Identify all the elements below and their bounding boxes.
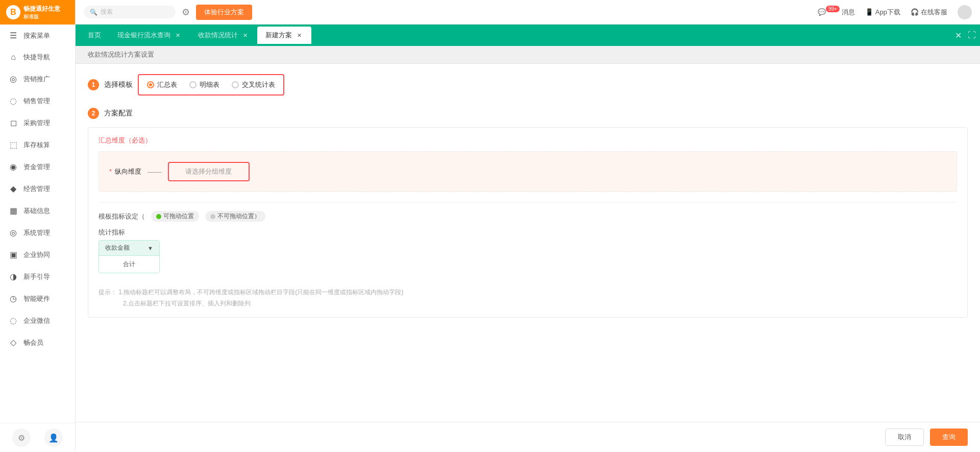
step1-title: 选择模板 [104,80,133,89]
step2-title: 方案配置 [104,109,133,118]
divider1 [99,202,957,203]
stats-title-label: 统计指标 [99,228,957,237]
drag-dot-gray [210,214,215,219]
sidebar-item-finance[interactable]: ◉ 资金管理 [0,156,75,178]
notification-icon: 💬 [818,8,826,16]
step2-section: 2 方案配置 汇总维度（必选） * 纵向维度 —— [88,108,968,318]
page-body: 1 选择模板 汇总表 明细表 交叉统计表 [76,64,980,424]
page-header: 收款情况统计方案设置 [76,46,980,64]
tab-new-plan-close[interactable]: ✕ [295,31,303,39]
sidebar-item-inventory[interactable]: ⬚ 库存核算 [0,134,75,156]
template-options: 汇总表 明细表 交叉统计表 [138,74,284,96]
notification-item[interactable]: 💬 99+ 消息 [818,8,855,17]
step1-header: 1 选择模板 汇总表 明细表 交叉统计表 [88,74,968,96]
finance-icon: ◉ [8,162,18,172]
sidebar-bottom-btn2[interactable]: 👤 [44,429,63,447]
app-download-item[interactable]: 📱 App下载 [865,8,900,17]
tabbar: 首页 现金银行流水查询 ✕ 收款情况统计 ✕ 新建方案 ✕ ✕ ⛶ [76,25,980,46]
tabbar-actions: ✕ ⛶ [955,31,976,40]
tab-bank-flow[interactable]: 现金银行流水查询 ✕ [109,27,190,44]
tab-collection-stats[interactable]: 收款情况统计 ✕ [190,27,257,44]
dim-area: * 纵向维度 —— 请选择分组维度 [99,151,957,192]
no-drag-badge: 不可拖动位置） [205,211,265,222]
inventory-icon: ⬚ [8,140,18,150]
sidebar-item-sales[interactable]: ◌ 销售管理 [0,90,75,112]
sidebar-item-member[interactable]: ◇ 畅会员 [0,331,75,353]
detail-radio[interactable] [189,81,197,88]
step2-header: 2 方案配置 [88,108,968,119]
dim-required-label: * 纵向维度 [109,167,141,176]
tab-collection-stats-close[interactable]: ✕ [241,31,249,39]
stats-dropdown-icon[interactable]: ▼ [148,245,153,251]
sidebar-item-guide[interactable]: ◑ 新手引导 [0,266,75,288]
tab-home[interactable]: 首页 [80,27,109,44]
sidebar: B 畅捷通好生意 标准版 ☰ 搜索菜单 ⌂ 快捷导航 ◎ 营销推广 ◌ 销售管理… [0,0,76,452]
stats-box: 收款金额 ▼ 合计 [99,240,160,273]
sidebar-item-system[interactable]: ◎ 系统管理 [0,222,75,244]
sidebar-item-purchase[interactable]: ◻ 采购管理 [0,112,75,134]
sidebar-item-operations[interactable]: ◆ 经营管理 [0,178,75,200]
drag-dot-green [156,214,161,219]
guide-icon: ◑ [8,272,18,281]
topbar-right: 💬 99+ 消息 📱 App下载 🎧 在线客服 [818,5,972,19]
sidebar-bottom: ⚙ 👤 [0,423,75,452]
search-box[interactable]: 🔍 搜索 [84,6,176,18]
logo-icon: B [6,5,20,19]
sidebar-item-search-menu[interactable]: ☰ 搜索菜单 [0,25,75,46]
operations-icon: ◆ [8,184,18,194]
tab-close-all-icon[interactable]: ✕ [955,31,962,40]
online-service-item[interactable]: 🎧 在线客服 [911,8,947,17]
summary-radio[interactable] [147,81,154,88]
search-menu-icon: ☰ [8,31,18,40]
cross-radio[interactable] [232,81,239,88]
member-icon: ◇ [8,338,18,347]
sidebar-bottom-btn1[interactable]: ⚙ [12,429,31,447]
dim-row-vertical: * 纵向维度 —— 请选择分组维度 [109,162,946,181]
step1-section: 1 选择模板 汇总表 明细表 交叉统计表 [88,74,968,96]
sidebar-item-wechat[interactable]: ◌ 企业微信 [0,310,75,331]
template-detail-option[interactable]: 明细表 [189,80,219,89]
basic-info-icon: ▦ [8,206,18,216]
cancel-button[interactable]: 取消 [885,429,924,446]
dim-arrow-icon: —— [148,168,162,176]
tips-area: 提示： 1.拖动标题栏可以调整布局，不可跨维度或指标区域拖动栏目字段(只能在同一… [99,287,957,309]
indicator-label-row: 模板指标设定（ 可拖动位置 不可拖动位置） [99,211,957,222]
tab-new-plan[interactable]: 新建方案 ✕ [257,27,311,44]
smart-hw-icon: ◷ [8,294,18,303]
step2-num: 2 [88,108,99,119]
draggable-badge: 可拖动位置 [151,211,199,222]
dim-section-label: 汇总维度（必选） [99,136,957,145]
settings-icon[interactable]: ⚙ [182,7,190,18]
dim-select-box[interactable]: 请选择分组维度 [168,162,250,181]
sidebar-logo: B 畅捷通好生意 标准版 [0,0,75,25]
sidebar-item-corp-coop[interactable]: ▣ 企业协同 [0,244,75,266]
template-summary-option[interactable]: 汇总表 [147,80,177,89]
template-cross-option[interactable]: 交叉统计表 [232,80,275,89]
quick-nav-icon: ⌂ [8,53,18,62]
user-avatar[interactable] [958,5,972,19]
tip-line2: 2.点击标题栏下拉可设置排序、插入列和删除列 [99,298,957,310]
sidebar-item-marketing[interactable]: ◎ 营销推广 [0,68,75,90]
config-area: 汇总维度（必选） * 纵向维度 —— 请选择分组维度 [88,127,968,318]
search-icon: 🔍 [90,9,97,16]
content-area: 收款情况统计方案设置 1 选择模板 汇总表 明细表 [76,46,980,452]
bottom-bar: 取消 查询 [76,422,980,452]
tip-line1: 提示： 1.拖动标题栏可以调整布局，不可跨维度或指标区域拖动栏目字段(只能在同一… [99,287,957,298]
stats-box-body: 合计 [99,256,159,273]
indicator-section: 模板指标设定（ 可拖动位置 不可拖动位置） 统计指标 [99,211,957,275]
sales-icon: ◌ [8,96,18,106]
sidebar-item-quick-nav[interactable]: ⌂ 快捷导航 [0,46,75,68]
sidebar-item-smart-hw[interactable]: ◷ 智能硬件 [0,288,75,310]
service-icon: 🎧 [911,8,919,16]
system-icon: ◎ [8,228,18,237]
corp-coop-icon: ▣ [8,250,18,259]
tab-expand-icon[interactable]: ⛶ [968,31,976,40]
sidebar-item-basic-info[interactable]: ▦ 基础信息 [0,200,75,222]
tab-bank-flow-close[interactable]: ✕ [174,31,182,39]
stats-box-header: 收款金额 ▼ [99,241,159,256]
download-icon: 📱 [865,8,873,16]
query-button[interactable]: 查询 [930,429,968,446]
wechat-icon: ◌ [8,316,18,325]
main-area: 🔍 搜索 ⚙ 体验行业方案 💬 99+ 消息 📱 App下载 🎧 在线客服 首页 [76,0,980,452]
try-industry-button[interactable]: 体验行业方案 [196,5,252,20]
